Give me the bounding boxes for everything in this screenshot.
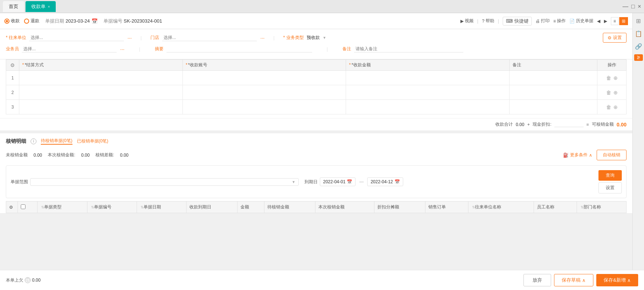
- writeoff-info-icon[interactable]: i: [31, 138, 36, 144]
- cell-amount-2[interactable]: [346, 85, 510, 100]
- cell-amount-1[interactable]: [346, 71, 510, 85]
- store-more-icon[interactable]: ···: [260, 35, 265, 41]
- help-btn[interactable]: ? 帮助: [482, 18, 494, 24]
- cell-settlement-2[interactable]: [19, 85, 183, 100]
- cell-note-3[interactable]: [510, 100, 597, 114]
- partner-more-icon[interactable]: ···: [127, 35, 132, 41]
- writeoff-header: 核销明细 i 待核销单据(0笔) 已核销单据(0笔): [6, 138, 627, 145]
- sidebar-link-icon[interactable]: 🔗: [633, 42, 644, 51]
- tab-current[interactable]: 收款单 ×: [25, 1, 56, 12]
- copy-icon-1[interactable]: ⊕: [613, 75, 618, 81]
- due-end-input[interactable]: 2022-04-12 📅: [367, 177, 403, 186]
- help-label: 帮助: [486, 18, 494, 24]
- right-sidebar: ⊞ 📋 🔗 Ai: [632, 13, 644, 231]
- sidebar-doc-icon[interactable]: 📋: [633, 29, 644, 39]
- unverified-value: 0.00: [34, 153, 42, 158]
- radio-receipt-label: 收款: [11, 18, 20, 24]
- available-label: 可核销金额: [592, 121, 614, 128]
- select-all-checkbox[interactable]: [21, 204, 25, 209]
- shortcut-label: 快捷键: [514, 18, 529, 24]
- cell-settlement-3[interactable]: [19, 100, 183, 114]
- auto-writeoff-btn[interactable]: 自动核销: [597, 150, 627, 160]
- col-partner: ⇅往来单位名称: [468, 201, 534, 213]
- radio-refund-label: 退款: [31, 18, 39, 24]
- calendar-start-icon: 📅: [347, 179, 352, 184]
- store-input[interactable]: [162, 34, 257, 41]
- filter-settings-btn[interactable]: 设置: [598, 182, 622, 193]
- close-btn[interactable]: ×: [638, 3, 641, 10]
- sidebar-ai-btn[interactable]: Ai: [634, 54, 643, 61]
- operation-btn[interactable]: ≡ 操作: [553, 18, 566, 24]
- delete-icon-3[interactable]: 🗑: [606, 104, 611, 110]
- total-value: 0.00: [516, 122, 524, 127]
- cell-account-3[interactable]: [182, 100, 346, 114]
- chevron-up-icon: ∧: [589, 153, 592, 158]
- query-btn[interactable]: 查询: [598, 170, 622, 181]
- copy-icon-3[interactable]: ⊕: [613, 104, 618, 110]
- range-select[interactable]: ▼: [30, 178, 299, 186]
- plus-sign: +: [527, 122, 530, 127]
- form-settings-btn[interactable]: ⚙ 设置: [603, 33, 627, 43]
- copy-icon-2[interactable]: ⊕: [613, 90, 618, 95]
- delete-icon-1[interactable]: 🗑: [606, 75, 611, 81]
- biz-type-dropdown[interactable]: ▼: [323, 36, 326, 40]
- view-card-btn[interactable]: ⊞: [619, 17, 628, 25]
- col-sales-order: 销售订单: [425, 201, 468, 213]
- arrow-left-btn[interactable]: ◀: [597, 19, 600, 24]
- view-list-btn[interactable]: ≡: [611, 17, 619, 25]
- toolbar-date: 单据日期 2023-03-24 📅: [45, 18, 98, 24]
- tab-current-label: 收款单: [31, 3, 46, 10]
- delete-icon-2[interactable]: 🗑: [606, 90, 611, 95]
- biz-type-value: 预收款: [307, 35, 320, 41]
- due-end-value: 2022-04-12: [370, 179, 393, 184]
- calendar-icon[interactable]: 📅: [91, 18, 98, 24]
- col-date: ⇅单据日期: [137, 201, 186, 213]
- print-btn[interactable]: 🖨 打印: [535, 18, 550, 24]
- done-tab[interactable]: 已核销单据(0笔): [77, 138, 109, 144]
- staff-input[interactable]: [22, 46, 117, 52]
- pending-tab[interactable]: 待核销单据(0笔): [41, 138, 72, 145]
- divider1: |: [477, 19, 478, 24]
- note-label: 备注: [342, 46, 351, 52]
- table-settings-icon[interactable]: ⚙: [10, 62, 15, 68]
- cell-account-1[interactable]: [182, 71, 346, 85]
- filter-area: 单据范围 ▼ 到期日 2022-04-01 📅 — 2022-04-12: [6, 165, 627, 198]
- store-label: 门店: [150, 35, 159, 41]
- toolbar: 收款 退款 单据日期 2023-03-24 📅 单据编号 SK-20230324…: [0, 13, 632, 29]
- cell-account-2[interactable]: [182, 85, 346, 100]
- cell-settlement-1[interactable]: [19, 71, 183, 85]
- note-input[interactable]: [354, 46, 463, 52]
- arrow-right-btn[interactable]: ▶: [604, 19, 607, 24]
- due-start-value: 2022-04-01: [323, 179, 345, 184]
- cell-ops-3: 🗑 ⊕: [597, 100, 627, 114]
- video-btn[interactable]: ▶ 视频: [460, 18, 474, 24]
- due-start-input[interactable]: 2022-04-01 📅: [320, 177, 356, 186]
- summary-input[interactable]: [166, 46, 312, 52]
- tab-close-icon[interactable]: ×: [48, 4, 50, 9]
- staff-more-icon[interactable]: ···: [120, 46, 125, 52]
- minimize-btn[interactable]: —: [623, 3, 628, 10]
- writeoff-table: ⚙ ⇅单据类型 ⇅单据编号 ⇅单据日期: [6, 201, 627, 213]
- history-btn[interactable]: 📄 历史单据: [569, 18, 593, 24]
- col-current: 本次核销金额: [315, 201, 374, 213]
- more-conditions-btn[interactable]: ⛽ 更多条件 ∧: [563, 152, 592, 158]
- partner-input[interactable]: [29, 34, 124, 41]
- tab-home[interactable]: 首页: [3, 1, 24, 12]
- num-value: SK-20230324-001: [124, 18, 162, 24]
- form-row-2: 业务员 ··· | 摘要 | 备注: [6, 46, 627, 52]
- cell-amount-3[interactable]: [346, 100, 510, 114]
- maximize-btn[interactable]: □: [631, 3, 635, 10]
- radio-refund[interactable]: 退款: [24, 18, 39, 24]
- col-type: ⇅单据类型: [38, 201, 87, 213]
- cell-note-2[interactable]: [510, 85, 597, 100]
- radio-receipt[interactable]: 收款: [4, 18, 20, 24]
- sidebar-table-icon[interactable]: ⊞: [635, 16, 642, 26]
- calendar-end-icon: 📅: [394, 179, 400, 184]
- shortcut-btn[interactable]: ⌨ 快捷键: [503, 17, 532, 26]
- cell-note-1[interactable]: [510, 71, 597, 85]
- radio-refund-dot: [24, 19, 29, 24]
- writeoff-title: 核销明细: [6, 138, 26, 145]
- toolbar-right: ▶ 视频 | ? 帮助 | ⌨ 快捷键 🖨 打印 ≡ 操作 📄: [460, 17, 628, 26]
- table-settings-icon2[interactable]: ⚙: [9, 205, 13, 210]
- discount-input[interactable]: [554, 122, 584, 127]
